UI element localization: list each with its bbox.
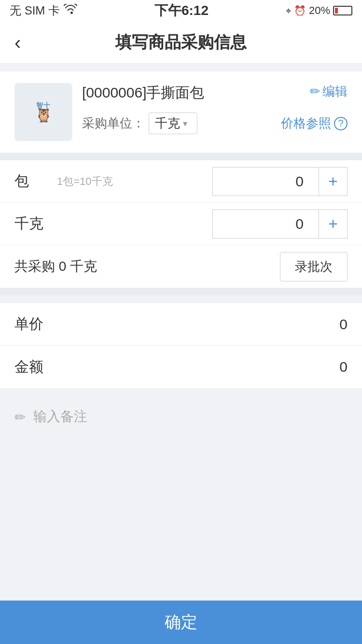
pack-controls: + [212, 167, 348, 196]
unit-price-row: 单价 0 [0, 303, 362, 346]
kg-input[interactable] [212, 210, 319, 238]
product-info: [0000006]手撕面包 ✏ 编辑 采购单位： 千克 ▾ 价格参照 ? [82, 83, 348, 134]
status-carrier: 无 SIM 卡 [10, 3, 77, 18]
product-logo: 智十 🦉 [35, 102, 52, 122]
price-ref-button[interactable]: 价格参照 ? [281, 115, 348, 132]
kg-plus-button[interactable]: + [319, 210, 348, 238]
section-divider-1 [0, 153, 362, 160]
edit-link[interactable]: ✏ 编辑 [310, 83, 348, 100]
unit-price-value: 0 [339, 316, 348, 333]
summary-row: 共采购 0 千克 录批次 [0, 245, 362, 288]
nav-bar: ‹ 填写商品采购信息 [0, 21, 362, 64]
dropdown-arrow-icon: ▾ [183, 118, 187, 129]
pack-input[interactable] [212, 167, 319, 196]
price-section: 单价 0 金额 0 [0, 303, 362, 388]
pack-sublabel: 1包=10千克 [57, 174, 113, 189]
purchase-unit-row: 采购单位： 千克 ▾ 价格参照 ? [82, 112, 348, 134]
amount-row: 金额 0 [0, 346, 362, 388]
confirm-button[interactable]: 确定 [0, 601, 362, 644]
page-title: 填写商品采购信息 [115, 31, 247, 54]
wifi-icon [64, 4, 77, 17]
kg-controls: + [212, 210, 348, 238]
back-button[interactable]: ‹ [14, 33, 21, 52]
product-name: [0000006]手撕面包 [82, 83, 204, 103]
battery-icon [333, 6, 352, 15]
status-time: 下午6:12 [154, 1, 209, 20]
notes-section[interactable]: ✏ 输入备注 [0, 396, 362, 454]
product-title-row: [0000006]手撕面包 ✏ 编辑 [82, 83, 348, 103]
edit-label: 编辑 [322, 83, 348, 100]
amount-label: 金额 [14, 357, 43, 377]
batch-button[interactable]: 录批次 [280, 252, 348, 281]
input-section: 包 1包=10千克 + 千克 + [0, 160, 362, 245]
summary-text: 共采购 0 千克 [14, 257, 97, 276]
alarm-icon: ⏰ [294, 5, 306, 16]
product-thumbnail: 智十 🦉 [14, 83, 72, 141]
edit-icon: ✏ [310, 84, 320, 99]
amount-value: 0 [339, 359, 348, 375]
pack-input-row: 包 1包=10千克 + [0, 160, 362, 203]
carrier-text: 无 SIM 卡 [10, 3, 60, 18]
status-bar: 无 SIM 卡 下午6:12 ⌖ ⏰ 20% [0, 0, 362, 21]
content-spacer [0, 454, 362, 599]
battery-percent: 20% [309, 4, 330, 17]
location-icon: ⌖ [286, 5, 291, 16]
unit-selector[interactable]: 千克 ▾ [149, 112, 197, 134]
kg-input-row: 千克 + [0, 203, 362, 245]
unit-value: 千克 [155, 115, 180, 132]
notes-placeholder: 输入备注 [33, 407, 87, 426]
pack-plus-button[interactable]: + [319, 167, 348, 196]
pencil-icon: ✏ [14, 409, 26, 425]
help-icon: ? [334, 117, 348, 130]
purchase-unit-label: 采购单位： [82, 115, 145, 132]
product-card: 智十 🦉 [0000006]手撕面包 ✏ 编辑 采购单位： 千克 ▾ 价格参照 … [0, 71, 362, 153]
status-right: ⌖ ⏰ 20% [286, 4, 352, 17]
section-divider-2 [0, 288, 362, 295]
unit-price-label: 单价 [14, 314, 43, 334]
price-ref-label: 价格参照 [281, 115, 331, 132]
kg-label: 千克 [14, 214, 53, 234]
pack-label: 包 [14, 171, 53, 191]
